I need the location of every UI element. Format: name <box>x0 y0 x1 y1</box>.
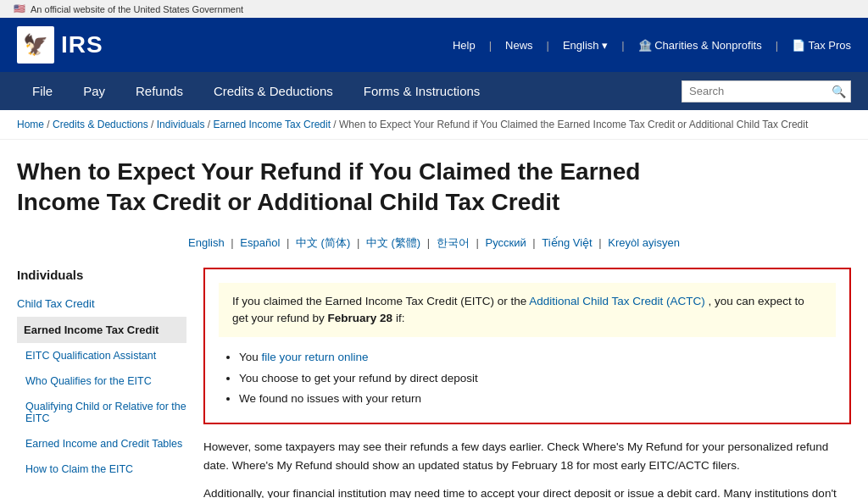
lang-creole[interactable]: Kreyòl ayisyen <box>608 236 680 249</box>
page-title-section: When to Expect Your Refund if You Claime… <box>0 140 868 227</box>
nav-forms-instructions[interactable]: Forms & Instructions <box>348 72 496 110</box>
alert-yellow-banner: If you claimed the Earned Income Tax Cre… <box>219 283 836 338</box>
us-flag-icon: 🇺🇸 <box>14 3 25 14</box>
alert-box: If you claimed the Earned Income Tax Cre… <box>203 268 851 424</box>
breadcrumb-eitc[interactable]: Earned Income Tax Credit <box>213 119 331 130</box>
lang-espanol[interactable]: Español <box>240 236 280 249</box>
main-content: If you claimed the Earned Income Tax Cre… <box>203 259 851 498</box>
refund-date: February 28 <box>328 312 393 324</box>
charities-link[interactable]: 🏦 Charities & Nonprofits <box>638 39 762 52</box>
breadcrumb-credits[interactable]: Credits & Deductions <box>53 119 148 130</box>
lang-english[interactable]: English <box>188 236 225 249</box>
paragraph-2-before: Additionally, your financial institution… <box>203 487 837 498</box>
sidebar-item-credit-tables[interactable]: Earned Income and Credit Tables <box>25 431 186 456</box>
nav-links: File Pay Refunds Credits & Deductions Fo… <box>17 72 495 110</box>
lang-vietnamese[interactable]: Tiếng Việt <box>542 236 592 249</box>
divider-3: | <box>621 39 624 52</box>
content-wrapper: Individuals Child Tax Credit Earned Inco… <box>0 259 868 498</box>
language-bar: English | Español | 中文 (简体) | 中文 (繁體) | … <box>0 227 868 259</box>
search-button[interactable]: 🔍 <box>832 85 846 98</box>
actc-link[interactable]: Additional Child Tax Credit (ACTC) <box>529 295 705 307</box>
search-container: 🔍 <box>682 80 851 102</box>
lang-korean[interactable]: 한국어 <box>437 236 470 249</box>
sidebar-item-eitc-assistant[interactable]: EITC Qualification Assistant <box>25 343 186 368</box>
gov-banner-text: An official website of the United States… <box>31 4 243 14</box>
alert-text-before: If you claimed the Earned Income Tax Cre… <box>232 295 529 307</box>
nav-file[interactable]: File <box>17 72 68 110</box>
condition-2: You choose to get your refund by direct … <box>239 368 836 389</box>
help-link[interactable]: Help <box>453 39 476 52</box>
header: 🦅 IRS Help | News | English ▾ | 🏦 Charit… <box>0 18 868 72</box>
sidebar-item-eitc[interactable]: Earned Income Tax Credit <box>17 317 186 343</box>
breadcrumb-sep-4: / <box>333 119 339 130</box>
sidebar-title: Individuals <box>17 268 186 282</box>
main-nav: File Pay Refunds Credits & Deductions Fo… <box>0 72 868 110</box>
news-link[interactable]: News <box>505 39 533 52</box>
condition-1: You file your return online <box>239 347 836 368</box>
sidebar: Individuals Child Tax Credit Earned Inco… <box>17 259 186 498</box>
english-language-dropdown[interactable]: English ▾ <box>563 39 608 52</box>
divider-4: | <box>776 39 778 52</box>
divider-1: | <box>489 39 492 52</box>
lang-chinese-traditional[interactable]: 中文 (繁體) <box>366 236 420 249</box>
lang-chinese-simplified[interactable]: 中文 (简体) <box>296 236 350 249</box>
breadcrumb-current: When to Expect Your Refund if You Claime… <box>339 119 808 130</box>
breadcrumb-sep-2: / <box>151 119 157 130</box>
paragraph-2: Additionally, your financial institution… <box>203 484 851 498</box>
sidebar-item-child-tax-credit[interactable]: Child Tax Credit <box>17 290 186 317</box>
nav-refunds[interactable]: Refunds <box>120 72 198 110</box>
tax-pros-link[interactable]: 📄 Tax Pros <box>792 39 851 52</box>
sidebar-sub-items: EITC Qualification Assistant Who Qualifi… <box>17 343 186 482</box>
header-nav-right: Help | News | English ▾ | 🏦 Charities & … <box>453 39 851 52</box>
conditions-list: You file your return online You choose t… <box>219 347 836 409</box>
irs-eagle-icon: 🦅 <box>17 26 54 64</box>
divider-2: | <box>547 39 549 52</box>
lang-russian[interactable]: Русский <box>485 236 526 249</box>
search-input[interactable] <box>689 85 832 97</box>
sidebar-item-qualifying-child[interactable]: Qualifying Child or Relative for the EIT… <box>25 394 186 431</box>
file-online-link[interactable]: file your return online <box>262 351 369 363</box>
condition-3: We found no issues with your return <box>239 389 836 409</box>
breadcrumb-home[interactable]: Home <box>17 119 44 130</box>
gov-banner: 🇺🇸 An official website of the United Sta… <box>0 0 868 18</box>
alert-text-if: if: <box>396 312 405 324</box>
page-title: When to Expect Your Refund if You Claime… <box>17 157 695 219</box>
paragraph-1: However, some taxpayers may see their re… <box>203 438 851 474</box>
sidebar-item-how-to-claim[interactable]: How to Claim the EITC <box>25 456 186 482</box>
nav-pay[interactable]: Pay <box>68 72 120 110</box>
search-box: 🔍 <box>682 80 851 102</box>
nav-credits-deductions[interactable]: Credits & Deductions <box>198 72 348 110</box>
breadcrumb: Home / Credits & Deductions / Individual… <box>0 110 868 140</box>
sidebar-item-who-qualifies[interactable]: Who Qualifies for the EITC <box>25 368 186 394</box>
irs-logo: 🦅 IRS <box>17 26 103 64</box>
irs-wordmark: IRS <box>61 31 103 58</box>
breadcrumb-individuals[interactable]: Individuals <box>157 119 205 130</box>
